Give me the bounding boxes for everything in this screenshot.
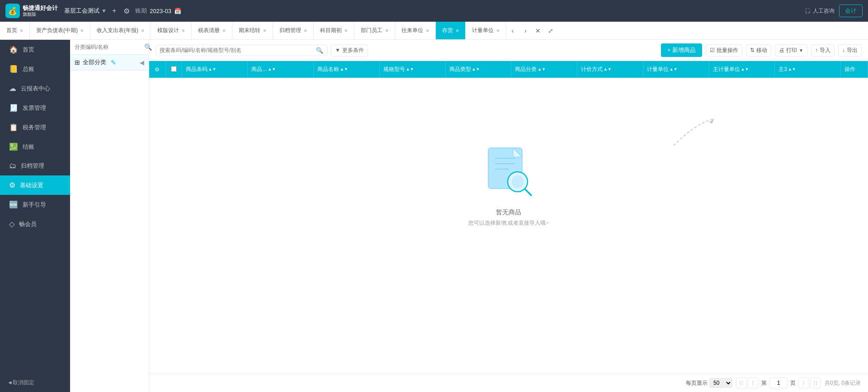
th-code[interactable]: 商品... ▲▼ xyxy=(248,61,314,78)
header-settings-button[interactable]: ⚙ xyxy=(122,5,132,17)
tab-period-close[interactable]: 期末结转 × xyxy=(232,22,273,39)
tab-subject[interactable]: 科目期初 × xyxy=(314,22,354,39)
sidebar-item-archive[interactable]: 🗂 归档管理 xyxy=(0,156,70,175)
add-tab-button[interactable]: + xyxy=(110,5,118,17)
tab-close-income[interactable]: × xyxy=(141,28,144,34)
sort-arrows-code: ▲▼ xyxy=(268,67,276,71)
th-checkbox[interactable] xyxy=(165,61,182,78)
settings-icon: ⚙ xyxy=(9,181,15,189)
pagination-bar: 每页显示 102050100 ⟨⟨ ⟨ 第 页 ⟩ ⟩⟩ 共0页, 0条 xyxy=(149,373,868,392)
next-page-button[interactable]: ⟩ xyxy=(798,378,809,388)
tab-close-dept[interactable]: × xyxy=(385,28,388,34)
prev-page-button[interactable]: ⟨ xyxy=(748,378,759,388)
tab-inventory[interactable]: 存货 × xyxy=(436,22,466,39)
th-name[interactable]: 商品名称 ▲▼ xyxy=(314,61,380,78)
sidebar-unpin-button[interactable]: ◄取消固定 xyxy=(0,373,70,392)
th-col3[interactable]: 主3 ▲▼ xyxy=(775,61,841,78)
calendar-icon[interactable]: 📅 xyxy=(174,8,181,14)
page-navigation: ⟨⟨ ⟨ 第 页 ⟩ ⟩⟩ xyxy=(736,378,821,388)
tab-close-subject[interactable]: × xyxy=(344,28,348,34)
import-button[interactable]: ↑ 导入 xyxy=(811,44,835,57)
company-name[interactable]: 基层工会测试 ▼ xyxy=(64,7,107,15)
th-spec[interactable]: 规格型号 ▲▼ xyxy=(379,61,445,78)
account-button[interactable]: 会计 xyxy=(839,5,863,17)
th-main-unit[interactable]: 主计量单位 ▲▼ xyxy=(709,61,775,78)
tab-template[interactable]: 模版设计 × xyxy=(151,22,192,39)
page-number-input[interactable] xyxy=(769,378,788,388)
th-category[interactable]: 商品分类 ▲▼ xyxy=(511,61,577,78)
th-settings[interactable]: ⚙ xyxy=(149,61,165,78)
select-all-checkbox[interactable] xyxy=(171,66,177,72)
tab-close-period[interactable]: × xyxy=(263,28,266,34)
category-search-input[interactable] xyxy=(75,44,142,50)
settle-icon: 💹 xyxy=(9,142,18,151)
tab-prev-button[interactable]: ‹ xyxy=(506,22,519,39)
tab-close-tax[interactable]: × xyxy=(222,28,226,34)
category-search-container: 🔍 xyxy=(70,40,149,55)
edit-category-icon[interactable]: ✎ xyxy=(111,59,116,66)
tab-close-archive[interactable]: × xyxy=(304,28,307,34)
tab-income[interactable]: 收入支出表(年报) × xyxy=(90,22,151,39)
tab-expand-button[interactable]: ⤢ xyxy=(544,22,557,39)
last-page-button[interactable]: ⟩⟩ xyxy=(810,378,821,388)
sidebar-item-settings[interactable]: ⚙ 基础设置 xyxy=(0,175,70,195)
sidebar-item-ledger[interactable]: 📒 总账 xyxy=(0,59,70,79)
tab-close-all-button[interactable]: ✕ xyxy=(532,22,544,39)
collapse-panel-icon[interactable]: ◀ xyxy=(140,59,144,66)
tab-close-template[interactable]: × xyxy=(182,28,185,34)
tab-close-balance[interactable]: × xyxy=(80,28,84,34)
tab-archive[interactable]: 归档管理 × xyxy=(273,22,314,39)
sidebar-item-invoice[interactable]: 🧾 发票管理 xyxy=(0,98,70,118)
sidebar-item-home[interactable]: 🏠 首页 xyxy=(0,40,70,59)
sidebar-item-member[interactable]: ◇ 畅会员 xyxy=(0,214,70,234)
tab-balance-sheet[interactable]: 资产负债表(中期) × xyxy=(30,22,90,39)
tab-close-inventory[interactable]: × xyxy=(456,28,459,34)
th-unit[interactable]: 计量单位 ▲▼ xyxy=(643,61,709,78)
print-button[interactable]: 🖨 打印 ▼ xyxy=(775,44,807,57)
th-barcode[interactable]: 商品条码 ▲▼ xyxy=(182,61,248,78)
sidebar-item-guide[interactable]: 🆕 新手引导 xyxy=(0,195,70,214)
page-size-select-input[interactable]: 102050100 xyxy=(709,378,732,388)
tab-unit[interactable]: 计量单位 × xyxy=(466,22,506,39)
export-icon: ↓ xyxy=(842,47,845,53)
app-name-main: 畅捷通好会计 xyxy=(23,5,58,12)
tab-next-button[interactable]: › xyxy=(519,22,532,39)
tab-tax[interactable]: 税表清册 × xyxy=(192,22,232,39)
sort-arrows-type: ▲▼ xyxy=(472,67,480,71)
product-table: ⚙ 商品条码 ▲▼ xyxy=(149,61,868,78)
empty-subtitle: 您可以选择新增,或者直接导入哦~ xyxy=(468,219,549,227)
th-type[interactable]: 商品类型 ▲▼ xyxy=(445,61,511,78)
more-filter-button[interactable]: ▼ 更多条件 xyxy=(331,44,368,57)
new-product-button[interactable]: + 新增商品 xyxy=(661,43,702,57)
batch-operation-button[interactable]: ☑ 批量操作 xyxy=(706,44,742,57)
first-page-button[interactable]: ⟨⟨ xyxy=(736,378,747,388)
sidebar: 🏠 首页 📒 总账 ☁ 云报表中心 🧾 发票管理 📋 税务管理 💹 结账 xyxy=(0,40,70,392)
tab-department[interactable]: 部门员工 × xyxy=(354,22,395,39)
sidebar-item-tax[interactable]: 📋 税务管理 xyxy=(0,118,70,137)
sidebar-item-reports[interactable]: ☁ 云报表中心 xyxy=(0,79,70,98)
left-panel: 🔍 ⊞ 全部分类 ✎ ◀ xyxy=(70,40,149,392)
th-pricing[interactable]: 计价方式 ▲▼ xyxy=(577,61,643,78)
logo-icon: 💰 xyxy=(5,4,20,18)
move-button[interactable]: ⇅ 移动 xyxy=(746,44,771,57)
tab-home[interactable]: 首页 × xyxy=(0,22,30,39)
sort-arrows-unit: ▲▼ xyxy=(670,67,678,71)
top-header: 💰 畅捷通好会计 旗舰版 基层工会测试 ▼ + ⚙ 账期 2023-03 📅 🎧 xyxy=(0,0,868,22)
tab-close-unit[interactable]: × xyxy=(496,28,500,34)
svg-point-6 xyxy=(511,175,524,188)
sidebar-item-settle[interactable]: 💹 结账 xyxy=(0,137,70,156)
page-size-selector: 每页显示 102050100 xyxy=(686,378,732,388)
sort-arrows-col3: ▲▼ xyxy=(788,67,796,71)
help-button[interactable]: 🎧 人工咨询 xyxy=(804,7,835,15)
empty-state: 暂无商品 您可以选择新增,或者直接导入哦~ xyxy=(149,78,868,263)
tab-close-customer[interactable]: × xyxy=(426,28,429,34)
product-search-input[interactable] xyxy=(160,47,314,53)
tax-icon: 📋 xyxy=(9,123,18,132)
product-search-icon[interactable]: 🔍 xyxy=(316,47,323,54)
tab-close-home[interactable]: × xyxy=(20,28,23,34)
export-button[interactable]: ↓ 导出 xyxy=(838,44,862,57)
all-categories-item[interactable]: ⊞ 全部分类 ✎ ◀ xyxy=(70,55,149,71)
table-container: ⚙ 商品条码 ▲▼ xyxy=(149,61,868,373)
ledger-icon: 📒 xyxy=(9,65,18,73)
tab-customer[interactable]: 往来单位 × xyxy=(395,22,436,39)
